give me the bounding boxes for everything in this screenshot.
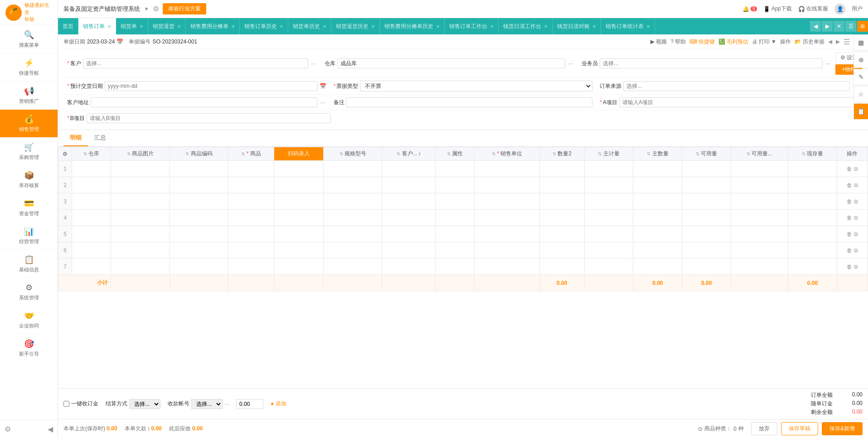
cell-scan[interactable] [274,177,323,193]
sidebar-item-sales[interactable]: 💰 销售管理 [0,110,58,138]
cell-code[interactable] [170,161,228,177]
salesman-more-icon[interactable]: ··· [824,60,832,67]
tab-expand-button[interactable]: ⊞ [857,21,868,32]
cell-image[interactable] [111,177,170,193]
copy-icon[interactable]: ⧉ [854,247,858,254]
sidebar-item-nav[interactable]: ⚡ 快捷导航 [0,53,58,82]
close-icon[interactable]: ✕ [280,24,283,29]
close-icon[interactable]: ✕ [592,24,596,29]
col-customer-code[interactable]: ⇅ 客户... ℹ [382,147,436,161]
tab-sales-expense[interactable]: 销售费用分摊单 ✕ [186,18,240,34]
rpanel-btn-2[interactable]: ⊕ [853,52,868,68]
help-button[interactable]: ? 帮助 [670,38,686,46]
cell-main-unit[interactable] [584,161,633,177]
tab-return-history[interactable]: 销货退货历史 ✕ [331,18,380,34]
close-icon[interactable]: ✕ [177,24,181,29]
user-name[interactable]: 用户 [852,5,863,13]
tab-stats[interactable]: 销售订单统计表 ✕ [601,18,655,34]
tab-close-button[interactable]: ✕ [834,21,844,32]
sidebar-item-inventory[interactable]: 📦 库存核算 [0,166,58,194]
col-qty2[interactable]: ⇅ 数量2 [540,147,584,161]
sidebar-item-marketing[interactable]: 📢 营销推广 [0,82,58,110]
customer-address-input[interactable] [91,97,317,107]
cell-product[interactable] [228,161,274,177]
cell-warehouse[interactable] [72,161,111,177]
delete-icon[interactable]: 🗑 [847,264,852,270]
col-unit[interactable]: ⇅ * 销售单位 [475,147,540,161]
save-draft-button[interactable]: 保存草稿 [781,422,818,435]
online-service-button[interactable]: 🎧 在线客服 [798,5,828,13]
delete-icon[interactable]: 🗑 [847,166,852,172]
cell-product[interactable] [228,177,274,193]
sidebar-item-guide[interactable]: 🎯 新手引导 [0,334,58,362]
a-project-input[interactable] [619,97,859,107]
sidebar-item-finance[interactable]: 💳 资金管理 [0,194,58,222]
close-icon[interactable]: ✕ [371,24,375,29]
col-image[interactable]: ⇅ 商品图片 [111,147,170,161]
account-select[interactable]: 选择... [191,399,223,409]
cell-spec[interactable] [324,177,382,193]
col-stock[interactable]: ⇅ 现存量 [788,147,837,161]
cell-image[interactable] [111,161,170,177]
tab-expense-history[interactable]: 销售费用分摊单历史 ✕ [380,18,445,34]
delete-icon[interactable]: 🗑 [847,182,852,188]
copy-icon[interactable]: ⧉ [854,166,858,172]
rpanel-btn-4[interactable]: ☆ [853,86,868,102]
tab-next-button[interactable]: ▶ [822,21,833,32]
nav-prev-icon[interactable]: ◀ [828,39,832,45]
customer-more-icon[interactable]: ··· [310,60,317,67]
col-attr[interactable]: ⇅ 属性 [435,147,474,161]
shortcut-button[interactable]: ⌨ 快捷键 [689,38,715,46]
sidebar-collapse-icon[interactable]: ◀ [48,425,53,433]
account-more-icon[interactable]: ··· [224,401,229,407]
nav-next-icon[interactable]: ▶ [836,39,840,45]
rpanel-btn-5[interactable]: 📋 [853,103,868,120]
col-product[interactable]: ⇅ * 商品 [228,147,274,161]
tab-home[interactable]: 首页 [58,18,78,34]
col-main-qty[interactable]: ⇅ 主数量 [633,147,682,161]
rpanel-btn-1[interactable]: ▦ [853,34,868,51]
copy-icon[interactable]: ⧉ [854,231,858,237]
industry-plan-button[interactable]: 体验行业方案 [163,3,206,14]
warehouse-more-icon[interactable]: ··· [567,60,574,67]
address-more-icon[interactable]: ··· [319,99,326,106]
b-project-input[interactable] [87,113,331,123]
copy-icon[interactable]: ⧉ [854,182,858,188]
app-download-button[interactable]: 📱 App下载 [763,5,792,13]
close-icon[interactable]: ✕ [544,24,548,29]
close-icon[interactable]: ✕ [436,24,440,29]
cell-warehouse[interactable] [72,177,111,193]
cell-code[interactable] [170,177,228,193]
col-settings[interactable]: ⚙ [58,147,72,161]
cell-stock[interactable] [788,161,837,177]
copy-icon[interactable]: ⧉ [854,198,858,205]
sidebar-item-base[interactable]: 📋 基础信息 [0,250,58,278]
close-icon[interactable]: ✕ [140,24,143,29]
sidebar-item-collab[interactable]: 🤝 企业协同 [0,306,58,334]
cell-attr[interactable] [435,161,474,177]
remark-input[interactable] [346,97,593,107]
sidebar-item-system[interactable]: ⚙ 系统管理 [0,278,58,306]
close-icon[interactable]: ✕ [490,24,494,29]
user-avatar[interactable]: 👤 [834,4,845,14]
calendar-icon[interactable]: 📅 [116,39,123,45]
copy-icon[interactable]: ⧉ [854,215,858,221]
tab-sales-order[interactable]: 销售订单 ✕ [78,18,116,34]
tab-menu-button[interactable]: ☰ [845,21,856,32]
sidebar-settings-icon[interactable]: ⚙ [5,425,11,433]
sidebar-item-operation[interactable]: 📊 经营管理 [0,222,58,250]
operation-button[interactable]: 操作 [780,38,791,46]
customer-input[interactable] [83,58,308,68]
cell-avail2[interactable] [731,161,788,177]
video-button[interactable]: ▶ 视频 [650,38,667,46]
tab-order-workbench[interactable]: 销售订单工作台 ✕ [445,18,499,34]
col-main-unit[interactable]: ⇅ 主计量 [584,147,633,161]
delivery-date-input[interactable] [105,81,318,91]
settings-icon[interactable]: ⚙ [153,5,159,13]
history-button[interactable]: 📂 历史单据 [795,38,824,46]
tab-invoice-history[interactable]: 销货单历史 ✕ [288,18,331,34]
cell-unit[interactable] [475,161,540,177]
tab-sales-invoice[interactable]: 销货单 ✕ [116,18,148,34]
tab-sales-return[interactable]: 销货退货 ✕ [148,18,186,34]
delete-icon[interactable]: 🗑 [847,231,852,237]
